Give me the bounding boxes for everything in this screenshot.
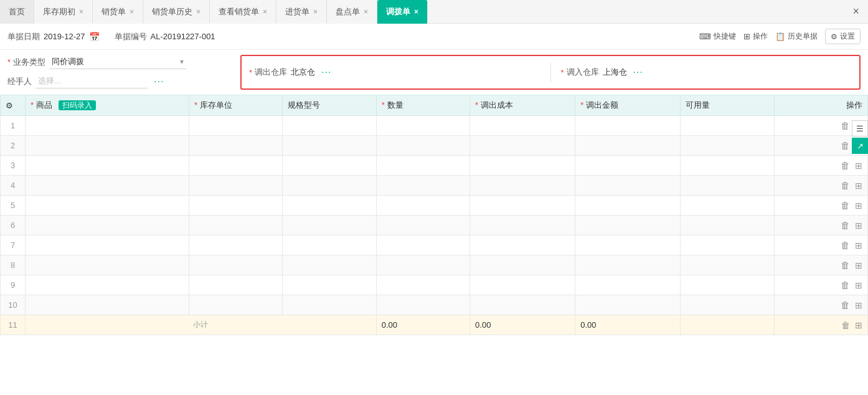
copy-row-icon[interactable]: ⊞ — [855, 280, 862, 290]
product-cell[interactable] — [26, 196, 189, 216]
unit-cell[interactable] — [189, 255, 283, 275]
product-cell[interactable] — [26, 116, 189, 136]
tab-view-sales-close[interactable]: × — [263, 7, 267, 16]
note-float-button[interactable]: ☰ — [852, 120, 868, 136]
tab-sales-order[interactable]: 销货单 × — [93, 0, 143, 24]
qty-cell[interactable] — [376, 156, 469, 176]
tab-sales-history-close[interactable]: × — [196, 7, 200, 16]
qty-cell[interactable] — [376, 236, 469, 255]
delete-row-icon[interactable]: 🗑 — [841, 300, 850, 310]
available-cell[interactable] — [681, 275, 774, 295]
delete-row-icon[interactable]: 🗑 — [841, 180, 850, 191]
tab-purchase[interactable]: 进货单 × — [276, 0, 327, 24]
amount-cell[interactable] — [575, 136, 681, 156]
tab-inventory-count-close[interactable]: × — [364, 7, 368, 16]
settings-button[interactable]: ⚙ 设置 — [825, 29, 861, 44]
product-cell[interactable] — [26, 295, 189, 315]
product-cell[interactable] — [26, 136, 189, 156]
delete-row-icon[interactable]: 🗑 — [841, 240, 850, 250]
cost-cell[interactable] — [470, 136, 575, 156]
unit-cell[interactable] — [189, 196, 283, 216]
spec-cell[interactable] — [283, 136, 376, 156]
handler-input[interactable]: 选择... — [35, 74, 148, 88]
unit-cell[interactable] — [189, 136, 283, 156]
cost-cell[interactable] — [470, 216, 575, 236]
available-cell[interactable] — [681, 216, 774, 236]
copy-row-icon[interactable]: ⊞ — [855, 300, 862, 310]
out-warehouse-value[interactable]: 北京仓 — [291, 67, 315, 78]
delete-row-icon[interactable]: 🗑 — [841, 220, 850, 231]
tab-sales-history[interactable]: 销货单历史 × — [143, 0, 210, 24]
tab-inventory-init-close[interactable]: × — [79, 7, 83, 16]
copy-row-icon[interactable]: ⊞ — [855, 240, 862, 250]
spec-cell[interactable] — [283, 255, 376, 275]
unit-cell[interactable] — [189, 216, 283, 236]
unit-cell[interactable] — [189, 156, 283, 176]
available-cell[interactable] — [681, 136, 774, 156]
out-warehouse-dots[interactable]: ··· — [321, 67, 331, 78]
spec-cell[interactable] — [283, 116, 376, 136]
amount-cell[interactable] — [575, 196, 681, 216]
product-cell[interactable] — [26, 176, 189, 196]
qty-cell[interactable] — [376, 216, 469, 236]
cost-cell[interactable] — [470, 295, 575, 315]
qty-cell[interactable] — [376, 275, 469, 295]
export-float-button[interactable]: ↗ — [852, 138, 868, 154]
tab-home[interactable]: 首页 — [0, 0, 34, 24]
scan-button[interactable]: 扫码录入 — [59, 100, 96, 110]
qty-cell[interactable] — [376, 196, 469, 216]
tab-inventory-count[interactable]: 盘点单 × — [327, 0, 377, 24]
copy-row-icon[interactable]: ⊞ — [855, 221, 862, 231]
unit-cell[interactable] — [189, 236, 283, 255]
available-cell[interactable] — [681, 196, 774, 216]
tab-purchase-close[interactable]: × — [313, 7, 318, 16]
cost-cell[interactable] — [470, 176, 575, 196]
qty-cell[interactable] — [376, 136, 469, 156]
cost-cell[interactable] — [470, 236, 575, 255]
copy-row-icon[interactable]: ⊞ — [855, 161, 862, 171]
spec-cell[interactable] — [283, 295, 376, 315]
product-cell[interactable] — [26, 216, 189, 236]
spec-cell[interactable] — [283, 236, 376, 255]
tab-transfer[interactable]: 调拨单 × — [377, 0, 428, 24]
spec-cell[interactable] — [283, 176, 376, 196]
qty-cell[interactable] — [376, 295, 469, 315]
spec-cell[interactable] — [283, 216, 376, 236]
cost-cell[interactable] — [470, 156, 575, 176]
history-action[interactable]: 📋 历史单据 — [775, 31, 818, 42]
amount-cell[interactable] — [575, 236, 681, 255]
delete-row-icon[interactable]: 🗑 — [841, 140, 850, 151]
operation-action[interactable]: ⊞ 操作 — [743, 31, 768, 42]
copy-icon[interactable]: ⊞ — [855, 320, 862, 330]
delete-row-icon[interactable]: 🗑 — [841, 280, 850, 290]
copy-row-icon[interactable]: ⊞ — [855, 181, 862, 191]
available-cell[interactable] — [681, 295, 774, 315]
in-warehouse-dots[interactable]: ··· — [633, 67, 643, 78]
cost-cell[interactable] — [470, 116, 575, 136]
delete-row-icon[interactable]: 🗑 — [841, 200, 850, 211]
col-settings-icon[interactable]: ⚙ — [6, 101, 13, 110]
spec-cell[interactable] — [283, 156, 376, 176]
unit-cell[interactable] — [189, 176, 283, 196]
delete-row-icon[interactable]: 🗑 — [841, 160, 850, 171]
handler-more-dots[interactable]: ··· — [154, 76, 164, 87]
product-cell[interactable] — [26, 236, 189, 255]
available-cell[interactable] — [681, 255, 774, 275]
calendar-icon[interactable]: 📅 — [89, 32, 100, 42]
available-cell[interactable] — [681, 176, 774, 196]
spec-cell[interactable] — [283, 275, 376, 295]
amount-cell[interactable] — [575, 176, 681, 196]
spec-cell[interactable] — [283, 196, 376, 216]
amount-cell[interactable] — [575, 255, 681, 275]
unit-cell[interactable] — [189, 116, 283, 136]
unit-cell[interactable] — [189, 275, 283, 295]
available-cell[interactable] — [681, 116, 774, 136]
qty-cell[interactable] — [376, 176, 469, 196]
amount-cell[interactable] — [575, 156, 681, 176]
copy-row-icon[interactable]: ⊞ — [855, 260, 862, 270]
amount-cell[interactable] — [575, 116, 681, 136]
tab-sales-order-close[interactable]: × — [130, 7, 134, 16]
amount-cell[interactable] — [575, 275, 681, 295]
available-cell[interactable] — [681, 156, 774, 176]
shortcut-action[interactable]: ⌨ 快捷键 — [699, 31, 736, 42]
